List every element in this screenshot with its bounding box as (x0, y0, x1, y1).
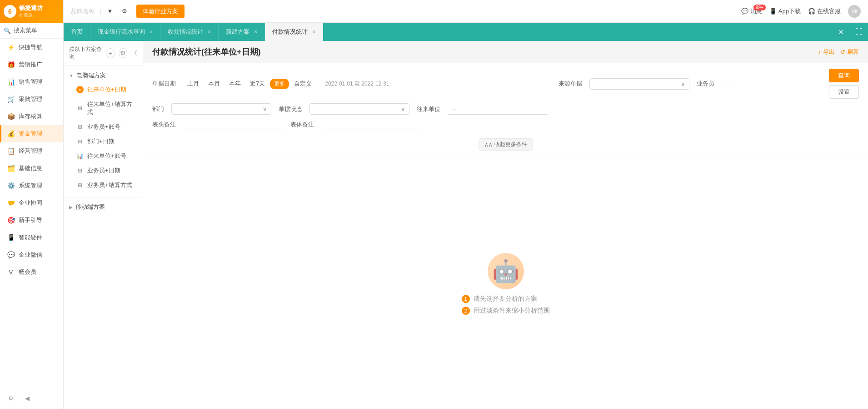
footer-settings-btn[interactable]: ⚙ (5, 392, 17, 404)
tab-new-scheme-close[interactable]: × (254, 29, 257, 35)
empty-hint-1: 1 请先选择要分析的方案 (462, 295, 550, 303)
scheme-item-unit-date[interactable]: ● 往来单位+日期 (64, 82, 143, 97)
sidebar-item-guide[interactable]: 🎯 新手引导 (0, 212, 63, 229)
filter-area: 单据日期 上月 本月 本年 近7天 更多 自定义 2022-01-01 至 20… (143, 63, 868, 158)
date-btn-last-month[interactable]: 上月 (183, 78, 203, 90)
empty-robot-icon: 🤖 (488, 253, 524, 289)
salesman-select[interactable]: ··· (722, 78, 822, 89)
trial-btn[interactable]: 体验行业方案 (136, 5, 185, 18)
sidebar-item-finance[interactable]: 💰 资金管理 (0, 125, 63, 142)
salesman-placeholder: ··· (725, 80, 730, 87)
sidebar-item-sales[interactable]: 📊 销售管理 (0, 73, 63, 91)
date-label: 单据日期 (152, 80, 176, 88)
scheme-add-btn[interactable]: + (106, 48, 115, 58)
scheme-settings-btn[interactable]: ⚙ (119, 48, 127, 58)
scheme-item-salesman-settlement[interactable]: ⊞ 业务员+结算方式 (64, 178, 143, 192)
tab-new-scheme-label: 新建方案 (226, 28, 249, 36)
tab-collection-stats[interactable]: 收款情况统计 × (160, 23, 219, 41)
sidebar-item-label: 营销推广 (19, 61, 42, 69)
date-btn-custom[interactable]: 自定义 (290, 78, 316, 90)
sidebar-item-enterprise[interactable]: 🤝 企业协同 (0, 194, 63, 212)
customer-service-btn[interactable]: 🎧 在线客服 (808, 7, 841, 15)
scheme-item-label: 业务员+结算方式 (87, 181, 132, 189)
scheme-item-dept-date[interactable]: ⊞ 部门+日期 (64, 134, 143, 149)
partner-select[interactable]: ··· (448, 104, 548, 115)
doc-status-select[interactable]: ∨ (309, 103, 409, 115)
collapse-btn[interactable]: ∧∧ 收起更多条件 (479, 138, 533, 151)
body-note-input[interactable] (321, 119, 421, 130)
sidebar-title: 畅捷通坊 (19, 5, 43, 12)
source-select[interactable]: ∨ (589, 78, 689, 90)
sidebar-item-label: 基础信息 (19, 164, 42, 172)
date-btn-this-year[interactable]: 本年 (225, 78, 245, 90)
source-label: 来源单据 (559, 80, 582, 88)
export-btn[interactable]: ↑ 导出 (818, 48, 835, 56)
sidebar-subtitle: 标准版 (19, 12, 43, 18)
app-download-btn[interactable]: 📱 App下载 (769, 7, 801, 15)
sidebar-item-purchase[interactable]: 🛒 采购管理 (0, 91, 63, 108)
message-icon: 💬 (741, 8, 748, 15)
date-btn-more[interactable]: 更多 (270, 79, 289, 89)
tab-bank-flow-label: 现金银行流水查询 (98, 28, 145, 36)
scheme-table-icon: ⊞ (76, 167, 84, 174)
sidebar-item-marketing[interactable]: 🎁 营销推广 (0, 56, 63, 73)
tab-home[interactable]: 首页 (64, 23, 90, 41)
tab-bank-flow-close[interactable]: × (150, 29, 153, 35)
scheme-group-mobile-header[interactable]: ▶ 移动端方案 (64, 200, 143, 214)
tab-new-scheme[interactable]: 新建方案 × (219, 23, 265, 41)
query-btn[interactable]: 查询 (829, 69, 859, 82)
date-btn-7days[interactable]: 近7天 (246, 78, 269, 90)
filter-row-1: 单据日期 上月 本月 本年 近7天 更多 自定义 2022-01-01 至 20… (152, 69, 859, 99)
hint-num-1: 1 (462, 295, 470, 303)
dept-select[interactable]: ∨ (171, 103, 271, 115)
sidebar-item-label: 库存核算 (19, 112, 42, 121)
group-arrow-icon: ▶ (69, 205, 73, 210)
footer-collapse-btn[interactable]: ◀ (21, 392, 34, 404)
sidebar-brand: 畅捷通坊 标准版 (19, 5, 43, 18)
scheme-item-salesman-date[interactable]: ⊞ 业务员+日期 (64, 163, 143, 178)
scheme-item-unit-settlement[interactable]: ⊞ 往来单位+结算方式 (64, 97, 143, 120)
weixin-icon: 💬 (7, 251, 15, 259)
topbar-settings-btn[interactable]: ⚙ (118, 5, 131, 18)
sidebar-item-label: 智能硬件 (19, 233, 42, 242)
scheme-item-salesman-account[interactable]: ⊞ 业务员+账号 (64, 120, 143, 134)
scheme-item-label: 部门+日期 (87, 137, 115, 146)
search-menu[interactable]: 🔍 搜索菜单 (0, 23, 63, 39)
sidebar: 6 畅捷通坊 标准版 🔍 搜索菜单 ⚡ 快捷导航 🎁 营销推广 📊 销售管理 🛒… (0, 0, 64, 409)
user-avatar[interactable]: Rit (848, 5, 861, 18)
refresh-btn[interactable]: ↺ 刷新 (840, 48, 859, 56)
scheme-item-unit-account[interactable]: 📊 往来单位+账号 (64, 149, 143, 163)
sidebar-item-hardware[interactable]: 📱 智能硬件 (0, 229, 63, 246)
topbar-dropdown[interactable]: ▼ (107, 8, 113, 15)
tab-close-all-btn[interactable]: ✕ (832, 23, 850, 41)
sidebar-item-system[interactable]: ⚙️ 系统管理 (0, 177, 63, 194)
scheme-group-desktop-header[interactable]: ▼ 电脑端方案 (64, 69, 143, 82)
sidebar-item-weixin[interactable]: 💬 企业微信 (0, 246, 63, 263)
sidebar-item-basic-info[interactable]: 🗂️ 基础信息 (0, 160, 63, 177)
scheme-group-mobile-label: 移动端方案 (75, 203, 105, 211)
tab-payment-stats[interactable]: 付款情况统计 × (265, 23, 323, 41)
tab-collection-stats-close[interactable]: × (208, 29, 211, 35)
refresh-icon: ↺ (840, 49, 845, 56)
date-btn-this-month[interactable]: 本月 (204, 78, 224, 90)
header-note-input[interactable] (183, 119, 283, 130)
sidebar-item-label: 经营管理 (19, 147, 42, 155)
sidebar-item-operation[interactable]: 📋 经营管理 (0, 142, 63, 160)
header-note-label: 表头备注 (152, 121, 176, 129)
group-arrow-icon: ▼ (69, 73, 74, 78)
sidebar-item-member[interactable]: V 畅会员 (0, 263, 63, 281)
page-header: 付款情况统计(往来单位+日期) ↑ 导出 ↺ 刷新 (143, 41, 868, 63)
scheme-collapse-icon[interactable]: 《 (131, 49, 137, 57)
notifications-btn[interactable]: 💬 消息 99+ (741, 7, 762, 15)
inventory-icon: 📦 (7, 112, 15, 121)
operation-icon: 📋 (7, 147, 15, 155)
tab-bank-flow[interactable]: 现金银行流水查询 × (90, 23, 160, 41)
tab-payment-stats-close[interactable]: × (312, 29, 315, 35)
tab-maximize-btn[interactable]: ⛶ (850, 23, 868, 41)
sidebar-item-inventory[interactable]: 📦 库存核算 (0, 108, 63, 125)
sidebar-item-label: 资金管理 (19, 130, 42, 138)
app-download-label: App下载 (778, 7, 801, 15)
sidebar-item-quick-nav[interactable]: ⚡ 快捷导航 (0, 39, 63, 56)
scheme-panel-header: 按以下方案查询 + ⚙ 《 (64, 41, 143, 66)
filter-settings-btn[interactable]: 设置 (829, 85, 859, 99)
